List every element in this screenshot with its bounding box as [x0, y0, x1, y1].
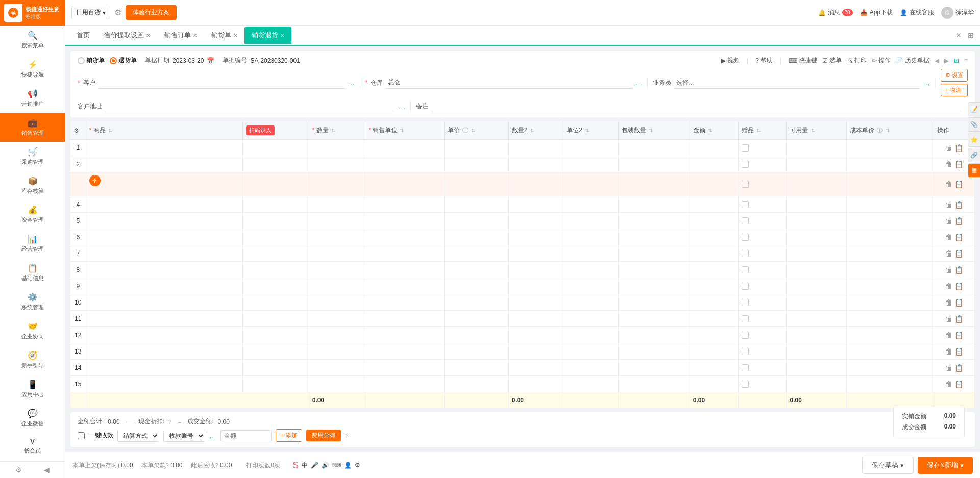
salesperson-picker-icon[interactable]: … [923, 79, 930, 87]
account-picker-icon[interactable]: … [209, 432, 216, 440]
save-draft-button[interactable]: 保存草稿 ▾ [862, 457, 914, 474]
qty2-cell-4[interactable] [508, 196, 563, 213]
unit-cell-11[interactable] [365, 311, 444, 327]
pkg-cell-5[interactable] [618, 213, 690, 229]
pkg-cell-8[interactable] [618, 262, 690, 278]
sidebar-item-basic-info[interactable]: 📋基础信息 [0, 258, 65, 287]
pkg-cell-1[interactable] [618, 140, 690, 156]
gift-cell-15[interactable] [738, 376, 787, 392]
qty-cell-9[interactable] [309, 278, 365, 294]
one-key-collect-checkbox[interactable] [78, 432, 85, 439]
avail-cell-1[interactable] [787, 140, 847, 156]
pkg-cell-10[interactable] [618, 294, 690, 311]
avail-cell-15[interactable] [787, 376, 847, 392]
product-cell-6[interactable] [86, 229, 242, 245]
unit-cell-13[interactable] [365, 343, 444, 360]
customer-picker-icon[interactable]: … [348, 79, 355, 87]
price-cell-4[interactable] [444, 196, 508, 213]
avail-cell-7[interactable] [787, 245, 847, 262]
qty-cell-11[interactable] [309, 311, 365, 327]
sidebar-item-inventory[interactable]: 📦库存核算 [0, 171, 65, 200]
keyboard-icon2[interactable]: ⌨ [332, 462, 341, 469]
cost-cell-13[interactable] [846, 343, 934, 360]
price-cell-7[interactable] [444, 245, 508, 262]
sort-amount-icon[interactable]: ⇅ [708, 128, 712, 133]
gift-cell-4[interactable] [738, 196, 787, 213]
qty2-cell-1[interactable] [508, 140, 563, 156]
select-btn[interactable]: ☑选单 [822, 56, 842, 65]
gift-checkbox-12[interactable] [742, 332, 749, 339]
gift-checkbox-7[interactable] [742, 250, 749, 257]
copy-row-icon-14[interactable]: 📋 [954, 364, 963, 372]
gift-cell-3[interactable] [738, 172, 787, 196]
price-cell-8[interactable] [444, 262, 508, 278]
qty2-cell-13[interactable] [508, 343, 563, 360]
sort-unit-icon[interactable]: ⇅ [400, 128, 404, 133]
price-cell-3[interactable] [444, 172, 508, 196]
unit-cell-14[interactable] [365, 360, 444, 376]
grid-view-icon[interactable]: ⊞ [954, 57, 959, 64]
qty2-cell-9[interactable] [508, 278, 563, 294]
product-cell-8[interactable] [86, 262, 242, 278]
shortcut-btn[interactable]: ⌨快捷键 [789, 56, 817, 65]
radio-sales[interactable]: 销货单 [78, 56, 105, 65]
unit-price-info-icon[interactable]: ⓘ [462, 127, 468, 133]
delete-row-icon-4[interactable]: 🗑 [945, 200, 952, 209]
cost-cell-9[interactable] [846, 278, 934, 294]
gift-cell-9[interactable] [738, 278, 787, 294]
qty-cell-14[interactable] [309, 360, 365, 376]
pkg-cell-14[interactable] [618, 360, 690, 376]
topbar-gear-icon[interactable]: ⚙ [114, 8, 121, 17]
delete-row-icon-14[interactable]: 🗑 [945, 364, 952, 372]
gift-cell-8[interactable] [738, 262, 787, 278]
cost-cell-12[interactable] [846, 327, 934, 343]
sort-pkg-icon[interactable]: ⇅ [649, 128, 653, 133]
amount-cell-8[interactable] [690, 262, 738, 278]
delete-row-icon-8[interactable]: 🗑 [945, 266, 952, 274]
product-cell-15[interactable] [86, 376, 242, 392]
print-btn[interactable]: 🖨打印 [847, 56, 867, 65]
sidebar-item-guide[interactable]: 🧭新手引导 [0, 345, 65, 374]
amount-cell-7[interactable] [690, 245, 738, 262]
qty2-cell-14[interactable] [508, 360, 563, 376]
product-cell-9[interactable] [86, 278, 242, 294]
qty-cell-12[interactable] [309, 327, 365, 343]
tab-layout-icon[interactable]: ⊞ [966, 30, 976, 40]
sort-qty2-icon[interactable]: ⇅ [530, 128, 534, 133]
tab-sales-return[interactable]: 销货退货✕ [244, 27, 291, 44]
history-btn[interactable]: 📄历史单据 [896, 56, 929, 65]
avail-cell-6[interactable] [787, 229, 847, 245]
unit-cell-4[interactable] [365, 196, 444, 213]
pkg-cell-9[interactable] [618, 278, 690, 294]
qty2-cell-5[interactable] [508, 213, 563, 229]
amount-input[interactable] [220, 430, 272, 441]
copy-row-icon-4[interactable]: 📋 [954, 200, 963, 209]
next-record-icon[interactable]: ▶ [944, 57, 949, 64]
gift-checkbox-6[interactable] [742, 234, 749, 241]
sidebar-item-system[interactable]: ⚙️系统管理 [0, 287, 65, 316]
tab-home[interactable]: 首页 [69, 27, 97, 44]
copy-row-icon-11[interactable]: 📋 [954, 315, 963, 323]
operation-btn[interactable]: ✏操作 [872, 56, 891, 65]
pkg-cell-3[interactable] [618, 172, 690, 196]
sort-cost-icon[interactable]: ⇅ [886, 128, 890, 133]
right-panel-attachment-btn[interactable]: 📎 [968, 117, 980, 132]
tab-close-sales-delivery[interactable]: ✕ [233, 33, 237, 38]
sort-unit2-icon[interactable]: ⇅ [585, 128, 589, 133]
cost-cell-3[interactable] [846, 172, 934, 196]
unit-cell-5[interactable] [365, 213, 444, 229]
cost-cell-1[interactable] [846, 140, 934, 156]
amount-cell-9[interactable] [690, 278, 738, 294]
copy-row-icon-1[interactable]: 📋 [954, 144, 963, 152]
customer-addr-input[interactable] [105, 100, 395, 112]
pkg-cell-12[interactable] [618, 327, 690, 343]
copy-row-icon-12[interactable]: 📋 [954, 331, 963, 339]
account-select[interactable]: 收款账号 [163, 430, 205, 442]
qty2-cell-2[interactable] [508, 156, 563, 172]
unit2-cell-2[interactable] [564, 156, 618, 172]
qty2-cell-6[interactable] [508, 229, 563, 245]
qty2-cell-12[interactable] [508, 327, 563, 343]
unit2-cell-1[interactable] [564, 140, 618, 156]
product-cell-13[interactable] [86, 343, 242, 360]
unit2-cell-15[interactable] [564, 376, 618, 392]
